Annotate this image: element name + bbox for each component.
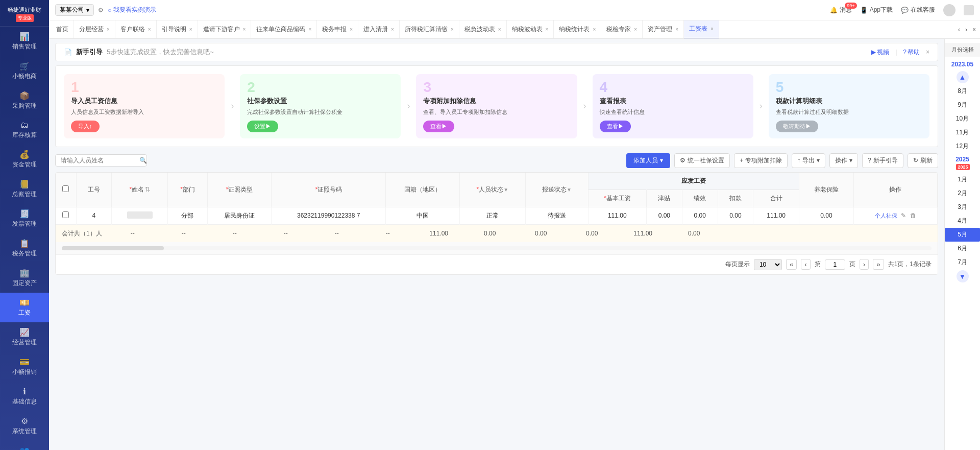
export-btn[interactable]: ↑ 导出 ▾ (792, 153, 825, 168)
operation-btn[interactable]: 操作 ▾ (829, 153, 858, 168)
month-3[interactable]: 3月 (945, 200, 980, 214)
tab-tax-close[interactable]: × (350, 27, 353, 32)
tab-prev-button[interactable]: ‹ (956, 25, 962, 34)
sidebar-item-invoice[interactable]: 🧾 发票管理 (0, 204, 49, 233)
step-4-button[interactable]: 查看▶ (600, 121, 631, 132)
step-5-button[interactable]: 敬请期待▶ (776, 121, 818, 132)
tab-guide[interactable]: 引导说明× (157, 20, 198, 39)
month-2[interactable]: 2月 (945, 186, 980, 200)
tab-tax-declare[interactable]: 税务申报× (317, 20, 358, 39)
refresh-btn[interactable]: ↻ 刷新 (908, 153, 938, 168)
tab-income-close[interactable]: × (451, 27, 454, 32)
finance-icon: 💰 (2, 150, 47, 159)
tab-layered[interactable]: 分层经营× (74, 20, 115, 39)
online-service-button[interactable]: 💬 在线客服 (901, 6, 935, 14)
month-up-button[interactable]: ▲ (957, 71, 969, 83)
month-down-button[interactable]: ▼ (957, 270, 969, 282)
newbie-guide-btn[interactable]: ? 新手引导 (862, 153, 903, 168)
special-deduction-btn[interactable]: + 专项附加扣除 (734, 153, 788, 168)
tab-payroll-close[interactable]: × (710, 26, 714, 32)
tab-invite[interactable]: 邀请下游客户× (198, 20, 252, 39)
sidebar-item-collab[interactable]: 👥 企业协同 (0, 441, 49, 450)
tab-tax-wave[interactable]: 纳税波动表× (507, 20, 554, 39)
tab-asset-close[interactable]: × (675, 27, 678, 32)
tab-next-button[interactable]: › (963, 25, 969, 34)
prev-page-button[interactable]: ‹ (801, 259, 810, 270)
month-11[interactable]: 11月 (945, 126, 980, 139)
newbie-guide-label: 新手引导 (873, 156, 898, 165)
month-1[interactable]: 1月 (945, 173, 980, 186)
last-page-button[interactable]: » (873, 259, 884, 270)
tab-product-code[interactable]: 往来单位商品编码× (251, 20, 317, 39)
horizontal-scrollbar[interactable] (62, 246, 932, 250)
tab-clear-close[interactable]: × (391, 27, 394, 32)
guide-video-link[interactable]: ▶ 视频 (871, 48, 889, 57)
month-9[interactable]: 9月 (945, 98, 980, 112)
year-2025-text: 2025 (955, 156, 969, 163)
tab-tax-expert[interactable]: 税检专家× (601, 20, 643, 39)
tab-invite-close[interactable]: × (243, 27, 246, 32)
settings-topbar-icon[interactable]: ⚙ (98, 7, 104, 14)
sidebar-item-purchase[interactable]: 📦 采购管理 (0, 86, 49, 115)
tab-income-tax[interactable]: 所得税汇算清缴× (400, 20, 459, 39)
search-input[interactable] (61, 157, 137, 164)
month-12[interactable]: 12月 (945, 139, 980, 153)
company-selector[interactable]: 某某公司 ▾ (55, 4, 94, 16)
first-page-button[interactable]: « (786, 259, 797, 270)
sidebar-item-payroll[interactable]: 💴 工资 (0, 293, 49, 322)
step-1-button[interactable]: 导入↑ (71, 121, 100, 132)
tab-home[interactable]: 首页 (51, 20, 74, 39)
sidebar-item-sales[interactable]: 📊 销售管理 (0, 27, 49, 56)
tab-layered-close[interactable]: × (107, 27, 110, 32)
tab-stat-close[interactable]: × (593, 27, 596, 32)
sidebar-item-basic[interactable]: ℹ 基础信息 (0, 382, 49, 411)
next-page-button[interactable]: › (860, 259, 869, 270)
sidebar-item-expense[interactable]: 💳 小畅报销 (0, 352, 49, 382)
delete-icon[interactable]: 🗑 (910, 212, 916, 219)
tab-customer-close[interactable]: × (148, 27, 151, 32)
sidebar-item-ledger[interactable]: 📒 总账管理 (0, 174, 49, 204)
personal-social-security-link[interactable]: 个人社保 (875, 212, 897, 219)
page-input[interactable] (825, 259, 845, 270)
row-checkbox[interactable] (62, 211, 69, 218)
tab-tax-burden[interactable]: 税负波动表× (459, 20, 507, 39)
add-person-button[interactable]: 添加人员 ▾ (626, 153, 670, 168)
sidebar-item-inventory[interactable]: 🗂 库存核算 (0, 115, 49, 145)
user-avatar[interactable] (943, 4, 955, 16)
app-download-button[interactable]: 📱 App下载 (860, 6, 893, 14)
demo-link[interactable]: ○ 我要看实例演示 (108, 6, 156, 14)
user-menu-icon[interactable] (964, 5, 974, 15)
tab-customer[interactable]: 客户联络× (115, 20, 157, 39)
guide-help-link[interactable]: ? 帮助 (903, 48, 920, 57)
social-security-btn[interactable]: ⚙ 统一社保设置 (674, 153, 730, 168)
tab-expert-close[interactable]: × (634, 27, 637, 32)
message-button[interactable]: 🔔 消息 99+ (830, 6, 852, 14)
month-10[interactable]: 10月 (945, 112, 980, 126)
tab-burden-close[interactable]: × (498, 27, 501, 32)
sidebar-item-ecommerce[interactable]: 🛒 小畅电商 (0, 56, 49, 86)
tab-close-all-button[interactable]: × (970, 25, 978, 34)
month-7[interactable]: 7月 (945, 255, 980, 269)
month-6[interactable]: 6月 (945, 242, 980, 255)
month-8[interactable]: 8月 (945, 84, 980, 98)
step-3-button[interactable]: 查看▶ (423, 121, 454, 132)
tab-wave-close[interactable]: × (546, 27, 549, 32)
month-5-active[interactable]: 5月 (945, 228, 980, 242)
sidebar-item-tax[interactable]: 📋 税务管理 (0, 233, 49, 263)
tab-guide-close[interactable]: × (189, 27, 192, 32)
tab-product-close[interactable]: × (308, 27, 311, 32)
tab-clear[interactable]: 进入清册× (358, 20, 400, 39)
sidebar-item-system[interactable]: ⚙ 系统管理 (0, 411, 49, 441)
select-all-checkbox[interactable] (62, 185, 69, 192)
tab-asset-mgmt[interactable]: 资产管理× (643, 20, 684, 39)
tab-payroll[interactable]: 工资表× (684, 20, 719, 39)
edit-icon[interactable]: ✎ (901, 212, 906, 219)
page-size-select[interactable]: 10 20 50 100 (754, 259, 782, 270)
sidebar-item-operation[interactable]: 📈 经营管理 (0, 322, 49, 352)
month-4[interactable]: 4月 (945, 214, 980, 228)
tab-tax-stat[interactable]: 纳税统计表× (554, 20, 601, 39)
sidebar-item-assets[interactable]: 🏢 固定资产 (0, 263, 49, 293)
guide-close-button[interactable]: × (926, 49, 929, 56)
sidebar-item-finance[interactable]: 💰 资金管理 (0, 145, 49, 174)
step-2-button[interactable]: 设置▶ (247, 121, 278, 132)
